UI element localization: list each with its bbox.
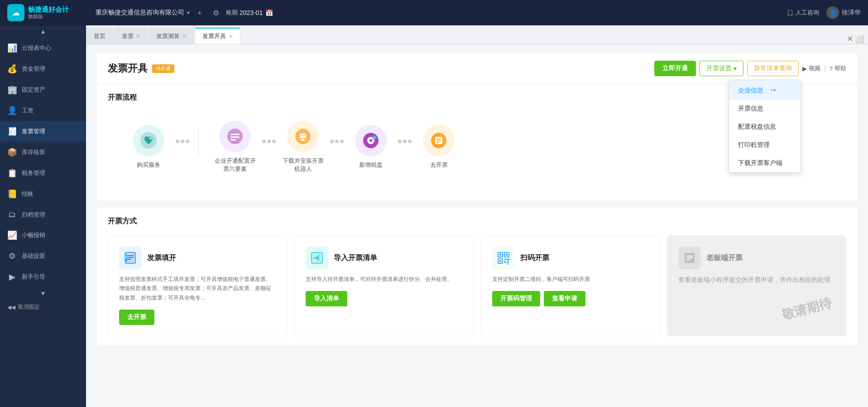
tab-invoice-issue[interactable]: 发票开具 × [195, 28, 240, 44]
robot-icon [295, 128, 311, 145]
qr-manage-button[interactable]: 开票码管理 [492, 291, 540, 306]
card3-icon-bg [492, 247, 515, 269]
flow-step-4: 税 + 新增税盘 [344, 125, 398, 169]
dropdown-item-invoice-info[interactable]: 开票信息 [729, 100, 801, 118]
card4-icon-bg [678, 247, 701, 269]
svg-rect-36 [499, 254, 501, 256]
card4-header: 老板端开票 [678, 247, 835, 269]
card1-title: 发票填开 [147, 253, 176, 263]
import-list-button[interactable]: 导入清单 [306, 291, 347, 306]
coming-soon-overlay: 敬请期待 [780, 294, 834, 324]
sidebar-item-inventory[interactable]: 📦 库存核算 [0, 142, 86, 163]
header-actions: 立即开通 开票设置 ▾ 异常清单查询 ▶ 视频 | ? [654, 61, 846, 76]
main-area: ▲ 📊 云报表中心 💰 资金管理 🏢 固定资产 👤 工资 🧾 发票管理 [0, 25, 868, 407]
step5-label: 去开票 [430, 161, 448, 169]
add-button[interactable]: ＋ [193, 6, 206, 19]
tab-invoice-issue-label: 发票开具 [202, 32, 226, 40]
help-button[interactable]: ? 帮助 [830, 64, 846, 73]
sidebar-item-fund-management[interactable]: 💰 资金管理 [0, 58, 86, 79]
card2-btn-area: 导入清单 [306, 291, 462, 306]
flow-step-5: 去开票 [412, 125, 466, 169]
sidebar-item-archive[interactable]: 🗂 归档管理 [0, 204, 86, 225]
connector-1 [176, 140, 189, 154]
sidebar-scroll-up[interactable]: ▲ [0, 25, 86, 38]
billing-card-boss: 老板端开票 查看老板端小程序提交的开票申请，并作出相应的处理 敬请期待 [667, 235, 846, 336]
cancel-pin-button[interactable]: ◀◀ 取消固定 [0, 300, 86, 315]
invoice-settings-button[interactable]: 开票设置 ▾ [700, 61, 743, 76]
svg-rect-37 [506, 254, 508, 256]
invoice-settings-dropdown: 企业信息 → 开票信息 配置税盘信息 打印机管理 [729, 80, 801, 173]
close-window-button[interactable]: ✕ [847, 34, 854, 44]
svg-rect-28 [125, 256, 127, 257]
open-now-button[interactable]: 立即开通 [654, 61, 696, 76]
sidebar-item-salary[interactable]: 👤 工资 [0, 100, 86, 121]
sidebar-label-cloud-report: 云报表中心 [22, 44, 51, 52]
sidebar-item-tax[interactable]: 📋 税务管理 [0, 163, 86, 184]
calendar-icon[interactable]: 📅 [265, 9, 273, 16]
svg-rect-9 [303, 135, 305, 136]
tab-invoice[interactable]: 发票 × [114, 28, 148, 44]
settings-button[interactable]: ⚙ [210, 6, 222, 19]
sidebar-item-basic-settings[interactable]: ⚙ 基础设置 [0, 246, 86, 266]
svg-rect-25 [127, 257, 134, 258]
settings-chevron-icon: ▾ [734, 65, 737, 72]
cloud-report-icon: 📊 [7, 43, 17, 53]
billing-section-title: 开票方式 [108, 217, 846, 226]
sidebar-item-fixed-assets[interactable]: 🏢 固定资产 [0, 79, 86, 100]
svg-rect-5 [230, 139, 236, 141]
tab-home-label: 首页 [94, 32, 106, 40]
sidebar-scroll-down[interactable]: ▼ [0, 287, 86, 300]
sidebar-item-report-sales[interactable]: 📈 小畅报销 [0, 225, 86, 246]
video-button[interactable]: ▶ 视频 [802, 64, 820, 73]
tab-invoice-calc[interactable]: 发票测算 × [149, 28, 194, 44]
tab-calc-close[interactable]: × [182, 33, 186, 40]
dropdown-item-printer[interactable]: 打印机管理 [729, 136, 801, 154]
dropdown-item-download-client[interactable]: 下载开票客户端 [729, 154, 801, 172]
maximize-window-button[interactable]: ⬜ [855, 35, 864, 44]
sidebar-item-cloud-report[interactable]: 📊 云报表中心 [0, 38, 86, 58]
dropdown-item-tax-config[interactable]: 配置税盘信息 [729, 118, 801, 136]
user-info[interactable]: 👤 徐泽华 [826, 6, 861, 19]
page-title: 发票开具 [108, 62, 148, 75]
view-application-button[interactable]: 查看申请 [544, 291, 585, 306]
step3-icon [287, 121, 319, 152]
fund-icon: 💰 [7, 64, 17, 74]
headset-icon: 🎧 [786, 10, 794, 16]
tab-issue-close[interactable]: × [229, 33, 232, 40]
page-title-row: 发票开具 待开通 [108, 62, 174, 75]
sidebar-item-invoice-management[interactable]: 🧾 发票管理 [0, 121, 86, 142]
user-name: 徐泽华 [842, 9, 861, 17]
card2-title: 导入开票清单 [334, 253, 377, 263]
exception-query-button[interactable]: 异常清单查询 [747, 61, 799, 76]
step4-label: 新增税盘 [359, 161, 383, 169]
tab-home[interactable]: 首页 [86, 28, 113, 44]
step5-icon [423, 125, 455, 156]
support-button[interactable]: 🎧 人工咨询 [786, 9, 819, 17]
tab-invoice-close[interactable]: × [136, 33, 140, 40]
top-divider [90, 6, 90, 19]
svg-rect-4 [230, 136, 240, 138]
top-right: 🎧 人工咨询 👤 徐泽华 [786, 6, 861, 19]
card2-icon-bg [306, 247, 328, 269]
dropdown-item-company-info[interactable]: 企业信息 → [729, 80, 801, 100]
svg-rect-38 [499, 260, 501, 262]
pin-icon: ◀◀ [7, 304, 15, 310]
svg-rect-7 [300, 134, 306, 138]
billing-grid: 发票填开 支持按照发票样式手工填开发票；可开具增值税电子普通发票、增值税普通发票… [108, 235, 846, 336]
card2-header: 导入开票清单 [306, 247, 462, 269]
invoice-icon: 🧾 [7, 126, 17, 136]
heart-icon [140, 132, 157, 149]
connector-2 [262, 140, 276, 154]
go-invoice-button[interactable]: 去开票 [119, 310, 154, 325]
sidebar-item-guide[interactable]: ▶ 新手引导 [0, 266, 86, 287]
sidebar-item-accounting[interactable]: 📒 结账 [0, 184, 86, 204]
company-selector[interactable]: 重庆畅捷交通信息咨询有限公司 ▾ [96, 9, 190, 17]
svg-rect-20 [436, 141, 441, 141]
accounting-icon: 📒 [7, 189, 17, 199]
salary-icon: 👤 [7, 106, 17, 116]
sidebar-label-report-sales: 小畅报销 [22, 231, 45, 239]
card1-btn-area: 去开票 [119, 310, 276, 325]
step4-icon: 税 + [355, 125, 387, 156]
logo-sub: 旗舰版 [28, 14, 69, 19]
svg-rect-29 [125, 257, 127, 258]
